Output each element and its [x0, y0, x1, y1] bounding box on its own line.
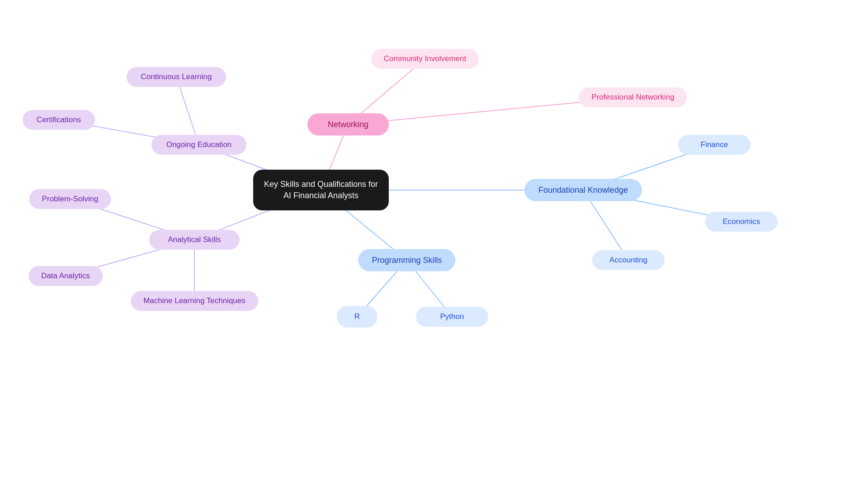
networking-label: Networking	[328, 120, 368, 129]
machine-learning-node[interactable]: Machine Learning Techniques	[131, 291, 258, 311]
foundational-knowledge-node[interactable]: Foundational Knowledge	[524, 179, 642, 201]
economics-label: Economics	[722, 217, 760, 226]
ongoing-education-label: Ongoing Education	[166, 140, 232, 149]
finance-node[interactable]: Finance	[678, 135, 750, 155]
accounting-node[interactable]: Accounting	[592, 250, 665, 270]
programming-skills-label: Programming Skills	[372, 256, 442, 265]
community-involvement-label: Community Involvement	[384, 54, 466, 63]
certifications-node[interactable]: Certifications	[23, 110, 95, 130]
finance-label: Finance	[701, 140, 728, 149]
analytical-skills-label: Analytical Skills	[168, 235, 221, 244]
analytical-skills-node[interactable]: Analytical Skills	[149, 230, 240, 250]
center-node-label: Key Skills and Qualifications forAI Fina…	[264, 179, 378, 201]
professional-networking-node[interactable]: Professional Networking	[579, 87, 687, 107]
data-analytics-label: Data Analytics	[41, 271, 90, 281]
problem-solving-node[interactable]: Problem-Solving	[29, 189, 111, 209]
r-label: R	[354, 312, 360, 321]
programming-skills-node[interactable]: Programming Skills	[358, 249, 455, 271]
economics-node[interactable]: Economics	[705, 212, 778, 232]
machine-learning-label: Machine Learning Techniques	[143, 296, 245, 305]
center-node[interactable]: Key Skills and Qualifications forAI Fina…	[253, 170, 389, 210]
community-involvement-node[interactable]: Community Involvement	[371, 49, 479, 69]
accounting-label: Accounting	[609, 256, 647, 265]
foundational-knowledge-label: Foundational Knowledge	[538, 186, 628, 195]
python-node[interactable]: Python	[416, 307, 488, 327]
data-analytics-node[interactable]: Data Analytics	[28, 266, 103, 286]
networking-node[interactable]: Networking	[307, 114, 389, 136]
professional-networking-label: Professional Networking	[591, 93, 674, 102]
ongoing-education-node[interactable]: Ongoing Education	[151, 135, 246, 155]
certifications-label: Certifications	[37, 115, 81, 124]
problem-solving-label: Problem-Solving	[42, 195, 99, 204]
continuous-learning-node[interactable]: Continuous Learning	[127, 67, 226, 87]
continuous-learning-label: Continuous Learning	[141, 72, 212, 81]
python-label: Python	[440, 312, 464, 321]
r-node[interactable]: R	[337, 306, 377, 328]
